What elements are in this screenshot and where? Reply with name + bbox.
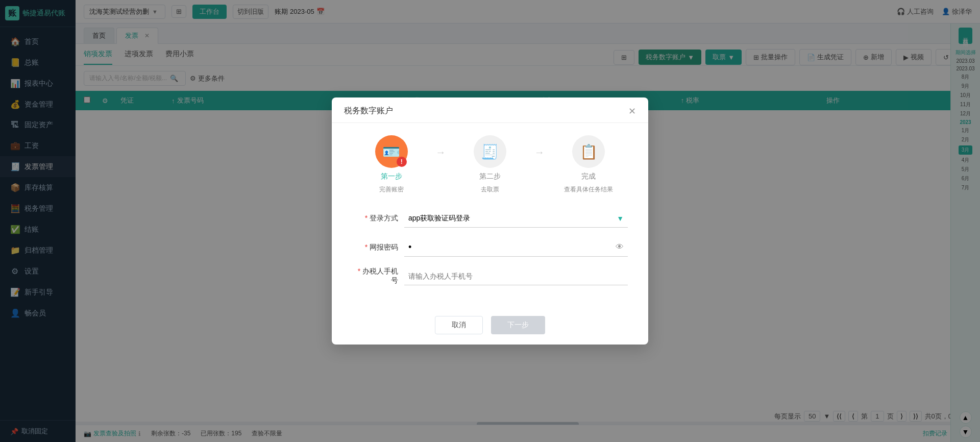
next-button[interactable]: 下一步 xyxy=(491,316,545,334)
select-arrow-icon: ▼ xyxy=(617,214,624,223)
phone-label: * 办税人手机号 xyxy=(352,267,398,285)
dialog-close-button[interactable]: ✕ xyxy=(628,107,636,116)
phone-input[interactable] xyxy=(404,267,628,285)
password-row: * 网报密码 👁 xyxy=(352,238,628,257)
step-2-icon: 🧾 xyxy=(481,143,499,160)
required-star-2: * xyxy=(365,243,368,251)
step-1-label: 第一步 xyxy=(381,172,402,181)
step-1-badge: ! xyxy=(397,157,407,167)
dialog-title: 税务数字账户 xyxy=(344,106,393,116)
step-2-desc: 去取票 xyxy=(481,185,499,194)
login-method-value: app获取验证码登录 xyxy=(408,214,470,223)
step-2-label: 第二步 xyxy=(479,172,501,181)
step-3-icon-wrap: 📋 xyxy=(572,135,605,168)
login-method-label: * 登录方式 xyxy=(352,214,398,223)
required-star: * xyxy=(365,214,368,222)
password-label: * 网报密码 xyxy=(352,243,398,252)
step-1: 🪪 ! 第一步 完善账密 xyxy=(352,135,430,194)
eye-toggle-icon[interactable]: 👁 xyxy=(616,242,624,252)
cancel-button[interactable]: 取消 xyxy=(435,316,483,334)
step-2: 🧾 第二步 去取票 xyxy=(451,135,529,194)
login-method-select[interactable]: app获取验证码登录 ▼ xyxy=(404,209,628,228)
dialog-overlay[interactable]: 税务数字账户 ✕ 🪪 ! 第一步 完善账密 → xyxy=(0,0,980,442)
step-3-icon: 📋 xyxy=(580,143,598,160)
login-method-row: * 登录方式 app获取验证码登录 ▼ xyxy=(352,209,628,228)
dialog-body: 🪪 ! 第一步 完善账密 → 🧾 第二步 去取票 → xyxy=(332,123,648,308)
required-star-3: * xyxy=(358,267,360,275)
step-arrow-2: → xyxy=(529,146,550,158)
dialog-header: 税务数字账户 ✕ xyxy=(332,97,648,123)
steps-indicator: 🪪 ! 第一步 完善账密 → 🧾 第二步 去取票 → xyxy=(352,135,628,194)
password-input[interactable] xyxy=(404,238,616,256)
step-3-desc: 查看具体任务结果 xyxy=(564,185,613,194)
step-2-icon-wrap: 🧾 xyxy=(474,135,506,168)
step-3: 📋 完成 查看具体任务结果 xyxy=(550,135,628,194)
dialog-footer: 取消 下一步 xyxy=(332,308,648,334)
step-arrow-1: → xyxy=(430,146,451,158)
step-3-label: 完成 xyxy=(581,172,596,181)
step-1-desc: 完善账密 xyxy=(379,185,404,194)
tax-dialog: 税务数字账户 ✕ 🪪 ! 第一步 完善账密 → xyxy=(332,97,648,345)
step-1-icon: 🪪 xyxy=(382,143,400,160)
step-1-icon-wrap: 🪪 ! xyxy=(375,135,408,168)
phone-row: * 办税人手机号 xyxy=(352,267,628,285)
password-field: 👁 xyxy=(404,238,628,257)
